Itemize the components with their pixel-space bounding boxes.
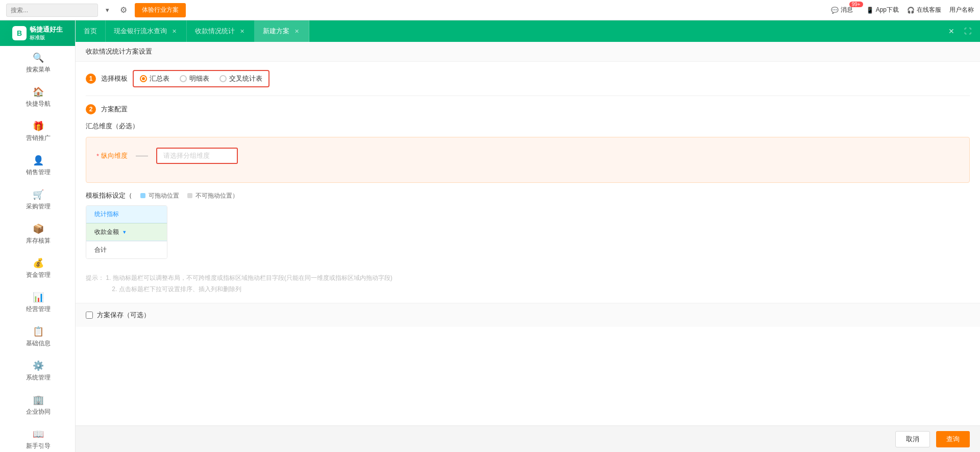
user-info[interactable]: 用户名称 (949, 6, 974, 14)
sidebar-logo: B 畅捷通好生 标准版 (0, 20, 75, 46)
sidebar-item-label: 搜索菜单 (26, 65, 51, 74)
step1-section: 1 选择模板 汇总表 明细表 (76, 62, 980, 96)
tab-cash-flow[interactable]: 现金银行流水查询 ✕ (106, 20, 187, 42)
sidebar: B 畅捷通好生 标准版 🔍 搜索菜单 🏠 快捷导航 🎁 营销推广 👤 销售管理 … (0, 20, 76, 452)
template-detail-radio[interactable]: 明细表 (180, 74, 209, 83)
tab-receipt-stats-label: 收款情况统计 (195, 27, 235, 36)
template-cross-label: 交叉统计表 (229, 74, 262, 83)
radio-circle-cross (219, 75, 227, 82)
sidebar-item-label: 新手引导 (26, 442, 51, 450)
step1-label: 选择模板 (101, 74, 128, 83)
tab-new-plan-close[interactable]: ✕ (292, 27, 301, 35)
stats-group-label: 统计指标 (94, 210, 119, 219)
save-section: 方案保存（可选） (76, 303, 980, 327)
non-draggable-badge: 不可拖动位置） (187, 192, 238, 200)
top-bar: ▾ ⚙ 体验行业方案 💬 99+ 消息 📱 App下载 🎧 在线客服 用户名称 (0, 0, 980, 20)
draggable-dot-icon (140, 193, 145, 198)
save-label: 方案保存（可选） (97, 311, 150, 320)
purchase-icon: 🛒 (33, 189, 44, 200)
guide-icon: 📖 (33, 429, 44, 440)
tab-new-plan[interactable]: 新建方案 ✕ (255, 20, 309, 42)
sidebar-item-inventory[interactable]: 📦 库存核算 (0, 217, 75, 251)
sidebar-item-marketing[interactable]: 🎁 营销推广 (0, 114, 75, 149)
support-icon: 🎧 (907, 7, 915, 14)
sidebar-item-quick-nav[interactable]: 🏠 快捷导航 (0, 80, 75, 114)
online-support[interactable]: 🎧 在线客服 (907, 6, 941, 14)
save-checkbox[interactable] (86, 312, 93, 319)
template-summary-label: 汇总表 (150, 74, 169, 83)
page-footer: 取消 查询 (76, 425, 980, 452)
app-download[interactable]: 📱 App下载 (866, 6, 899, 14)
step1-number: 1 (86, 74, 96, 84)
template-summary-radio[interactable]: 汇总表 (140, 74, 169, 83)
settings-gear-icon[interactable]: ⚙ (116, 3, 131, 17)
sidebar-item-system[interactable]: ⚙️ 系统管理 (0, 354, 75, 388)
cancel-button[interactable]: 取消 (895, 431, 930, 447)
enterprise-icon: 🏢 (33, 394, 44, 406)
template-detail-label: 明细表 (189, 74, 209, 83)
tab-receipt-stats[interactable]: 收款情况统计 ✕ (187, 20, 255, 42)
hint-section: 提示： 1. 拖动标题栏可以调整布局，不可跨维度或指标区域拖动栏目字段(只能在同… (76, 269, 980, 303)
quick-nav-icon: 🏠 (33, 86, 44, 98)
tab-new-plan-label: 新建方案 (263, 27, 289, 36)
sidebar-item-label: 库存核算 (26, 236, 51, 245)
dimension-row-vertical: * 纵向维度 —— 请选择分组维度 (96, 148, 959, 164)
metrics-col-header[interactable]: 收款金额 ▾ (86, 223, 167, 241)
logo-text: 畅捷通好生 标准版 (30, 25, 63, 41)
dimension-placeholder[interactable]: 请选择分组维度 (156, 148, 238, 164)
required-star: * (96, 152, 99, 160)
logo-icon: B (12, 26, 27, 40)
template-radio-group: 汇总表 明细表 交叉统计表 (133, 70, 270, 87)
metrics-total-cell: 合计 (86, 241, 167, 258)
download-label: App下载 (876, 6, 899, 14)
sidebar-item-operations[interactable]: 📊 经营管理 (0, 286, 75, 320)
chevron-down-icon[interactable]: ▾ (123, 229, 126, 235)
sidebar-item-label: 企业协同 (26, 408, 51, 416)
main-layout: B 畅捷通好生 标准版 🔍 搜索菜单 🏠 快捷导航 🎁 营销推广 👤 销售管理 … (0, 20, 980, 452)
top-bar-right: 💬 99+ 消息 📱 App下载 🎧 在线客服 用户名称 (831, 6, 974, 14)
tab-cash-flow-close[interactable]: ✕ (170, 27, 178, 35)
sidebar-item-enterprise[interactable]: 🏢 企业协同 (0, 388, 75, 422)
radio-circle-summary (140, 75, 147, 82)
fullscreen-tab-action[interactable]: ⛶ (960, 23, 976, 39)
hint-1: 1. 拖动标题栏可以调整布局，不可跨维度或指标区域拖动栏目字段(只能在同一维度或… (106, 274, 392, 281)
template-cross-radio[interactable]: 交叉统计表 (219, 74, 262, 83)
query-button[interactable]: 查询 (936, 431, 970, 447)
page-content: 收款情况统计方案设置 1 选择模板 汇总表 (76, 42, 980, 425)
hint-prefix-1: 提示： (86, 274, 106, 281)
page-inner: 收款情况统计方案设置 1 选择模板 汇总表 (76, 42, 980, 425)
sidebar-item-label: 快捷导航 (26, 100, 51, 108)
sidebar-item-sales[interactable]: 👤 销售管理 (0, 149, 75, 183)
operations-icon: 📊 (33, 292, 44, 303)
sidebar-item-label: 系统管理 (26, 373, 51, 382)
tab-bar-actions: ✕ ⛶ (943, 20, 980, 42)
close-tab-action[interactable]: ✕ (943, 23, 960, 39)
industry-btn[interactable]: 体验行业方案 (135, 3, 186, 17)
step2-section: 2 方案配置 汇总维度（必选） * 纵向维度 —— (76, 96, 980, 269)
sidebar-item-finance[interactable]: 💰 资金管理 (0, 251, 75, 286)
message-icon: 💬 (831, 7, 839, 14)
sidebar-item-guide[interactable]: 📖 新手引导 (0, 422, 75, 452)
step2-title-row: 2 方案配置 (86, 104, 970, 114)
hint-2: 2. 点击标题栏下拉可设置排序、插入列和删除列 (112, 286, 241, 293)
sidebar-item-label: 资金管理 (26, 271, 51, 279)
search-input[interactable] (6, 4, 98, 17)
step1-title-row: 1 选择模板 汇总表 明细表 (86, 70, 970, 87)
vertical-dim-label: * 纵向维度 (96, 151, 128, 160)
badge-count: 99+ (849, 2, 863, 7)
tab-home-label: 首页 (84, 27, 97, 36)
sidebar-item-label: 经营管理 (26, 305, 51, 314)
search-menu-icon: 🔍 (33, 52, 44, 63)
tab-receipt-stats-close[interactable]: ✕ (238, 27, 246, 35)
tab-home[interactable]: 首页 (76, 20, 106, 42)
non-draggable-dot-icon (187, 193, 192, 198)
page-title: 收款情况统计方案设置 (86, 47, 152, 55)
sidebar-item-search-menu[interactable]: 🔍 搜索菜单 (0, 46, 75, 80)
radio-circle-detail (180, 75, 187, 82)
stats-col-label: 收款金额 (94, 228, 119, 236)
messages-badge[interactable]: 💬 99+ 消息 (831, 6, 858, 14)
sidebar-item-basic-info[interactable]: 📋 基础信息 (0, 320, 75, 354)
search-dropdown-icon[interactable]: ▾ (102, 5, 112, 15)
basic-info-icon: 📋 (33, 326, 44, 337)
sidebar-item-purchase[interactable]: 🛒 采购管理 (0, 183, 75, 217)
